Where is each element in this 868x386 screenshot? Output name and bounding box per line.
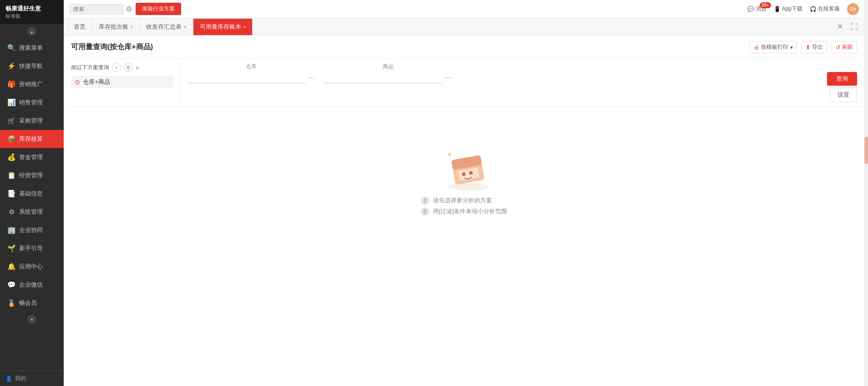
export-btn[interactable]: ⬆ 导出 (802, 41, 827, 53)
wechat-icon: 💬 (7, 281, 15, 289)
message-icon: 💬 (747, 6, 754, 12)
scheme-item[interactable]: ⊙ 仓库+商品 (71, 76, 174, 88)
warehouse-filter-field: 仓库 ··· (188, 63, 315, 83)
filter-left: 按以下方案查询 + ⚙ « ⊙ 仓库+商品 (71, 63, 180, 102)
print-btn[interactable]: 🖨 按模板打印 ▾ (750, 41, 797, 53)
main-area: ⚙ 体验行业方案 💬 消息 99+ 📱 App下载 🎧 在线客服 Rit 首页 (64, 0, 864, 386)
gear-icon[interactable]: ⚙ (126, 5, 132, 13)
product-input[interactable] (324, 72, 442, 83)
tab-close-batch[interactable]: × (130, 24, 133, 30)
tip-num-2: 2 (421, 207, 429, 216)
sidebar-label-search: 搜索菜单 (19, 44, 43, 52)
sidebar-item-quick-nav[interactable]: ⚡快捷导航 (0, 57, 64, 75)
sidebar-label-basic: 基础信息 (19, 190, 43, 198)
sidebar-item-sales[interactable]: 📊销售管理 (0, 93, 64, 112)
user-avatar[interactable]: Rit (847, 3, 859, 15)
export-icon: ⬆ (806, 44, 810, 51)
product-more-btn[interactable]: ··· (444, 74, 452, 82)
tip-text-1: 请先选择要分析的方案 (433, 196, 492, 205)
empty-illustration (442, 144, 487, 189)
empty-tips: 1 请先选择要分析的方案 2 用[过滤]条件来缩小分析范围 (421, 196, 507, 216)
sidebar-label-member: 畅会员 (19, 299, 37, 307)
sidebar-item-apps[interactable]: 🔔应用中心 (0, 257, 64, 276)
sidebar-label-guide: 新手引导 (19, 244, 43, 252)
filter-section-header: 按以下方案查询 + ⚙ « (71, 63, 174, 72)
scheme-icon: ⊙ (75, 78, 80, 86)
maximize-btn[interactable]: ⛶ (848, 21, 861, 33)
close-tab-btn[interactable]: ✕ (833, 21, 846, 33)
refresh-btn[interactable]: ↺ 刷新 (832, 41, 857, 53)
scroll-down-btn[interactable]: ▼ (27, 315, 36, 324)
sidebar-item-finance[interactable]: 💰资金管理 (0, 148, 64, 166)
sidebar-item-enterprise[interactable]: 🏢企业协同 (0, 221, 64, 239)
svg-point-0 (448, 183, 489, 190)
tab-label-batch: 库存批次账 (99, 23, 128, 31)
industry-btn[interactable]: 体验行业方案 (136, 3, 181, 15)
sidebar-item-guide[interactable]: 🌱新手引导 (0, 239, 64, 257)
operation-icon: 📋 (7, 171, 15, 180)
print-label: 按模板打印 (761, 43, 788, 51)
chevron-down-icon: ▾ (790, 44, 793, 51)
filter-right: 仓库 ··· 商品 ··· (180, 63, 857, 102)
sidebar-label-system: 系统管理 (19, 208, 43, 216)
sidebar-item-wechat[interactable]: 💬企业微信 (0, 276, 64, 294)
sidebar-item-search[interactable]: 🔍搜索菜单 (0, 39, 64, 57)
tab-close-summary[interactable]: × (183, 24, 186, 30)
message-btn[interactable]: 💬 消息 99+ (747, 5, 766, 13)
tab-close-available[interactable]: × (243, 24, 246, 30)
printer-icon: 🖨 (754, 44, 759, 51)
manage-scheme-btn[interactable]: ⚙ (124, 63, 133, 72)
page-content: 可用量查询(按仓库+商品) 🖨 按模板打印 ▾ ⬆ 导出 ↺ 刷新 (64, 36, 864, 386)
warehouse-input[interactable] (188, 72, 306, 83)
warehouse-more-btn[interactable]: ··· (308, 74, 315, 82)
tab-label-summary: 收发存汇总表 (146, 23, 182, 31)
app-download-btn[interactable]: 📱 App下载 (774, 5, 802, 13)
sidebar-label-marketing: 营销推广 (19, 80, 43, 88)
tab-bar: 首页库存批次账×收发存汇总表×可用量库存账本× ✕ ⛶ (64, 18, 864, 36)
sidebar-label-quick-nav: 快捷导航 (19, 62, 43, 70)
sidebar-item-system[interactable]: ⚙系统管理 (0, 203, 64, 221)
marketing-icon: 🎁 (7, 80, 15, 88)
query-btn[interactable]: 查询 (827, 72, 857, 86)
collapse-btn[interactable]: « (136, 64, 139, 71)
scroll-up-area: ▲ (0, 24, 64, 39)
refresh-label: 刷新 (842, 43, 853, 51)
sidebar-item-inventory[interactable]: 📦库存核算 (0, 130, 64, 148)
tab-bar-right: ✕ ⛶ (833, 21, 864, 33)
online-service-btn[interactable]: 🎧 在线客服 (810, 5, 840, 13)
setting-btn[interactable]: 设置 (830, 87, 857, 102)
message-badge: 99+ (760, 2, 771, 8)
header-search-input[interactable] (69, 4, 124, 14)
sidebar-item-member[interactable]: 🏅畅会员 (0, 294, 64, 312)
sidebar-item-marketing[interactable]: 🎁营销推广 (0, 75, 64, 93)
tab-summary[interactable]: 收发存汇总表× (140, 19, 193, 35)
export-label: 导出 (812, 43, 823, 51)
sidebar-footer[interactable]: 👤 我的 (0, 371, 64, 386)
sidebar-label-purchase: 采购管理 (19, 117, 43, 125)
scrollbar-thumb[interactable] (864, 137, 868, 164)
scroll-up-btn[interactable]: ▲ (27, 27, 36, 36)
tip-num-1: 1 (421, 196, 429, 205)
tab-available[interactable]: 可用量库存账本× (193, 19, 253, 35)
tab-batch[interactable]: 库存批次账× (92, 19, 140, 35)
sidebar-label-sales: 销售管理 (19, 98, 43, 107)
tab-label-home: 首页 (74, 23, 86, 31)
tab-home[interactable]: 首页 (67, 19, 92, 35)
finance-icon: 💰 (7, 153, 15, 161)
scroll-down-area: ▼ (0, 312, 64, 327)
page-title-bar: 可用量查询(按仓库+商品) 🖨 按模板打印 ▾ ⬆ 导出 ↺ 刷新 (64, 36, 864, 58)
sales-icon: 📊 (7, 98, 15, 107)
filter-section-label: 按以下方案查询 (71, 64, 109, 72)
page-title-actions: 🖨 按模板打印 ▾ ⬆ 导出 ↺ 刷新 (750, 41, 857, 53)
refresh-icon: ↺ (836, 44, 840, 51)
service-label: 在线客服 (818, 5, 840, 13)
header-search-area: ⚙ (69, 4, 132, 14)
sidebar-item-basic[interactable]: 📑基础信息 (0, 185, 64, 203)
sidebar-label-inventory: 库存核算 (19, 135, 43, 143)
add-scheme-btn[interactable]: + (112, 63, 121, 72)
sidebar-label-operation: 经营管理 (19, 171, 43, 180)
sidebar-item-purchase[interactable]: 🛒采购管理 (0, 112, 64, 130)
top-header: ⚙ 体验行业方案 💬 消息 99+ 📱 App下载 🎧 在线客服 Rit (64, 0, 864, 18)
sidebar-item-operation[interactable]: 📋经营管理 (0, 166, 64, 185)
basic-icon: 📑 (7, 190, 15, 198)
